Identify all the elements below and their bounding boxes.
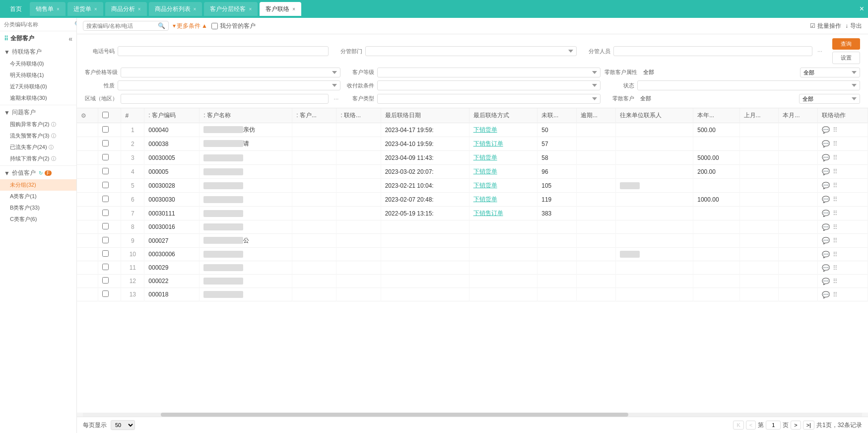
sidebar-item-today-pending[interactable]: 今天待联络(0) <box>0 58 76 70</box>
chat-icon[interactable]: 💬 <box>822 182 830 189</box>
cell-checkbox[interactable] <box>98 248 121 261</box>
cell-checkbox[interactable] <box>98 193 121 207</box>
row-checkbox[interactable] <box>102 196 109 202</box>
chat-icon[interactable]: 💬 <box>822 210 830 217</box>
col-code[interactable]: : 客户编码 <box>144 108 200 123</box>
contact-way-link[interactable]: 下销货单 <box>473 168 497 175</box>
problem-group-header[interactable]: ▼ 问题客户 <box>0 106 76 119</box>
sidebar-item-a-class[interactable]: A类客户(1) <box>0 191 76 202</box>
sidebar-item-c-class[interactable]: C类客户(6) <box>0 214 76 225</box>
customer-level-select[interactable] <box>377 68 600 77</box>
price-level-select[interactable] <box>121 68 340 77</box>
col-name[interactable]: : 客户名称 <box>200 108 292 123</box>
row-checkbox[interactable] <box>102 126 109 133</box>
status-select[interactable] <box>637 80 860 90</box>
row-checkbox[interactable] <box>102 154 109 160</box>
first-page-button[interactable]: K <box>733 421 743 430</box>
chat-icon[interactable]: 💬 <box>822 140 830 147</box>
payment-select[interactable] <box>377 80 600 90</box>
row-checkbox[interactable] <box>102 140 109 146</box>
close-sales-icon[interactable]: × <box>57 6 60 12</box>
cell-checkbox[interactable] <box>98 275 121 288</box>
chat-icon[interactable]: 💬 <box>822 126 830 134</box>
page-number-input[interactable] <box>766 421 781 430</box>
more-conditions-button[interactable]: ▾ 更多条件 ▲ <box>173 22 207 30</box>
row-checkbox[interactable] <box>102 237 109 243</box>
customer-type-select[interactable] <box>377 94 600 104</box>
per-page-select[interactable]: 50 20 100 <box>111 420 135 430</box>
tab-sales[interactable]: 销售单 × <box>30 2 66 16</box>
col-not-contacted[interactable]: 未联... <box>537 108 577 123</box>
retail-attr-select[interactable]: 全部 <box>800 68 860 77</box>
col-last-month[interactable]: 上月... <box>739 108 779 123</box>
close-customer-layer-icon[interactable]: × <box>249 6 252 12</box>
contact-way-link[interactable]: 下销货单 <box>473 154 497 161</box>
sidebar-search-input[interactable] <box>4 21 72 27</box>
grid-action-icon[interactable]: ⠿ <box>833 223 838 231</box>
grid-action-icon[interactable]: ⠿ <box>833 291 838 298</box>
batch-operation-button[interactable]: ☑ 批量操作 <box>810 22 841 30</box>
person-more-icon[interactable]: ··· <box>815 48 824 55</box>
cell-checkbox[interactable] <box>98 220 121 234</box>
sidebar-item-declining[interactable]: 持续下滑客户(2) ⓘ <box>0 153 76 164</box>
tab-home[interactable]: 首页 <box>4 2 28 16</box>
cell-checkbox[interactable] <box>98 207 121 220</box>
chat-icon[interactable]: 💬 <box>822 264 830 272</box>
prev-page-button[interactable]: < <box>746 421 756 430</box>
row-checkbox[interactable] <box>102 210 109 216</box>
next-page-button[interactable]: > <box>791 421 801 430</box>
main-search-icon[interactable]: 🔍 <box>158 22 165 29</box>
col-settings[interactable]: ⚙ <box>77 108 98 123</box>
grid-action-icon[interactable]: ⠿ <box>833 168 838 175</box>
grid-action-icon[interactable]: ⠿ <box>833 140 838 147</box>
sidebar-item-overdue-pending[interactable]: 逾期未联络(30) <box>0 92 76 104</box>
grid-action-icon[interactable]: ⠿ <box>833 251 838 258</box>
value-group-header[interactable]: ▼ 价值客户 ↻ F <box>0 167 76 179</box>
contact-way-link[interactable]: 下销货单 <box>473 196 497 203</box>
sidebar-item-stockpile-abnormal[interactable]: 囤购异常客户(2) ⓘ <box>0 119 76 130</box>
settings-icon[interactable]: ⚙ <box>81 112 86 119</box>
col-this-year[interactable]: 本年... <box>693 108 739 123</box>
row-checkbox[interactable] <box>102 264 109 270</box>
my-customers-checkbox[interactable]: 我分管的客户 <box>211 22 256 30</box>
region-input[interactable] <box>121 94 329 104</box>
retail-select[interactable]: 全部 <box>799 94 860 104</box>
horizontal-scrollbar[interactable] <box>83 413 862 417</box>
grid-action-icon[interactable]: ⠿ <box>833 278 838 285</box>
row-checkbox[interactable] <box>102 290 109 297</box>
chat-icon[interactable]: 💬 <box>822 196 830 203</box>
contact-way-link[interactable]: 下销售订单 <box>473 210 503 216</box>
sidebar-search-bar[interactable]: 🔍 <box>0 18 76 31</box>
cell-checkbox[interactable] <box>98 261 121 275</box>
sidebar-item-churned[interactable]: 已流失客户(24) ⓘ <box>0 142 76 153</box>
chat-icon[interactable]: 💬 <box>822 251 830 258</box>
person-input[interactable] <box>613 46 812 56</box>
close-analysis-icon[interactable]: × <box>138 6 141 12</box>
contact-way-link[interactable]: 下销售订单 <box>473 140 503 147</box>
nature-select[interactable] <box>118 80 340 90</box>
sidebar-item-7days-pending[interactable]: 近7天待联络(0) <box>0 81 76 92</box>
contact-way-link[interactable]: 下销货单 <box>473 126 497 133</box>
cell-checkbox[interactable] <box>98 179 121 193</box>
chat-icon[interactable]: 💬 <box>822 237 830 244</box>
region-more-icon[interactable]: ··· <box>332 95 340 102</box>
row-checkbox[interactable] <box>102 277 109 284</box>
tab-customer-layer[interactable]: 客户分层经客 × <box>204 2 258 16</box>
grid-action-icon[interactable]: ⠿ <box>833 210 838 217</box>
tab-customer-contact[interactable]: 客户联络 × <box>260 2 301 16</box>
sidebar-item-churn-warning[interactable]: 流失预警客户(3) ⓘ <box>0 130 76 142</box>
row-checkbox[interactable] <box>102 250 109 257</box>
dept-select[interactable] <box>365 46 576 56</box>
col-last-date[interactable]: 最后联络日期 <box>381 108 469 123</box>
row-checkbox[interactable] <box>102 223 109 229</box>
chat-icon[interactable]: 💬 <box>822 223 830 231</box>
cell-checkbox[interactable] <box>98 137 121 151</box>
cell-checkbox[interactable] <box>98 151 121 165</box>
col-checkbox[interactable] <box>98 108 121 123</box>
sidebar-collapse-icon[interactable]: « <box>68 35 72 43</box>
tab-analysis-list[interactable]: 商品分析列表 × <box>149 2 202 16</box>
last-page-button[interactable]: >| <box>803 421 814 430</box>
tab-purchase[interactable]: 进货单 × <box>67 2 103 16</box>
cell-checkbox[interactable] <box>98 234 121 248</box>
cell-checkbox[interactable] <box>98 123 121 137</box>
